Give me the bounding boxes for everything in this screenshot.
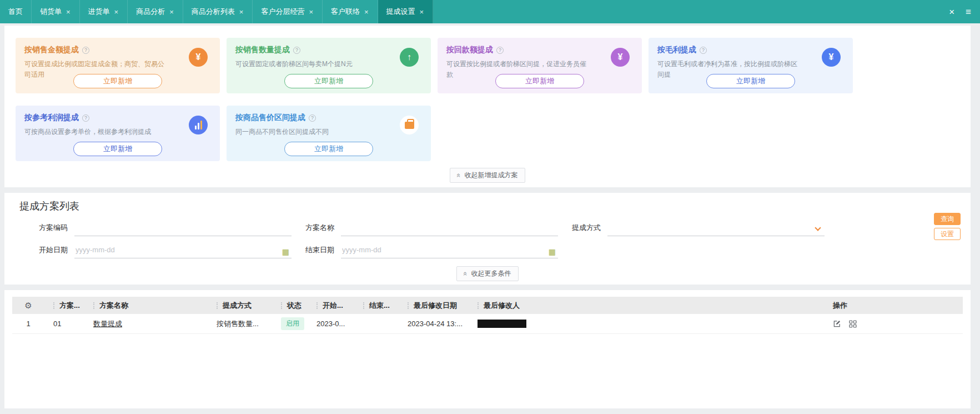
close-icon[interactable]: × — [364, 8, 369, 16]
tab-customer-tiering[interactable]: 客户分层经营 × — [253, 0, 323, 23]
plan-code-label: 方案编码 — [39, 223, 68, 236]
plan-table-panel: ⚙ 方案... 方案名称 提成方式 状态 开始... 结束... 最后修改日期 — [4, 290, 971, 408]
settings-button[interactable]: 设置 — [934, 228, 961, 240]
add-now-button[interactable]: 立即新增 — [284, 74, 373, 88]
column-handle-icon — [93, 302, 94, 309]
plan-list-panel: 提成方案列表 方案编码 方案名称 提成方式 开始日期 ▦ 结束日期 ▦ — [4, 193, 971, 285]
grid-icon[interactable] — [849, 320, 857, 328]
info-icon[interactable]: ? — [293, 47, 300, 54]
close-icon[interactable]: × — [239, 8, 244, 16]
commission-method-select[interactable] — [607, 222, 825, 236]
close-icon[interactable]: × — [308, 8, 314, 16]
header-actions: 操作 — [824, 301, 963, 311]
row-start-date: 2023-0... — [308, 320, 354, 328]
row-plan-code: 01 — [44, 320, 84, 328]
tab-purchase-invoice[interactable]: 进货单 × — [80, 0, 128, 23]
column-handle-icon — [408, 302, 409, 309]
tab-bar: 首页 销货单 × 进货单 × 商品分析 × 商品分析列表 × 客户分层经营 × … — [0, 0, 980, 23]
tab-label: 客户联络 — [331, 7, 360, 17]
tab-label: 商品分析 — [136, 7, 165, 17]
tab-sales-invoice[interactable]: 销货单 × — [32, 0, 80, 23]
column-handle-icon — [53, 302, 54, 309]
card-title: 按参考利润提成 — [24, 113, 79, 123]
gear-icon[interactable]: ⚙ — [24, 301, 32, 310]
header-method[interactable]: 提成方式 — [208, 301, 272, 311]
column-handle-icon — [316, 302, 318, 309]
close-icon[interactable]: × — [114, 8, 119, 16]
tab-label: 进货单 — [88, 7, 110, 17]
close-icon[interactable]: × — [66, 8, 71, 16]
column-handle-icon — [281, 302, 282, 309]
tab-home[interactable]: 首页 — [0, 0, 32, 23]
info-icon[interactable]: ? — [496, 47, 504, 54]
collapse-filters-button[interactable]: « 收起更多条件 — [456, 266, 518, 281]
tab-label: 商品分析列表 — [192, 7, 235, 17]
plan-name-label: 方案名称 — [305, 223, 334, 236]
money-bag-icon: ¥ — [189, 48, 208, 67]
add-now-button[interactable]: 立即新增 — [495, 74, 584, 88]
tab-product-analysis-list[interactable]: 商品分析列表 × — [183, 0, 253, 23]
add-now-button[interactable]: 立即新增 — [706, 74, 795, 88]
plan-name-input[interactable] — [341, 222, 558, 236]
info-icon[interactable]: ? — [309, 114, 316, 122]
redacted-modified-by — [478, 320, 526, 328]
chevron-down-icon — [815, 225, 821, 231]
card-reference-profit-commission: 按参考利润提成 ? 可按商品设置参考单价，根据参考利润提成 立即新增 — [16, 106, 220, 161]
close-icon[interactable]: × — [419, 8, 425, 16]
briefcase-icon — [400, 116, 419, 134]
header-start-date[interactable]: 开始... — [308, 301, 354, 311]
close-icon[interactable]: × — [169, 8, 174, 16]
chevron-up-icon: « — [455, 173, 463, 177]
header-modified-date[interactable]: 最后修改日期 — [399, 301, 469, 311]
row-modified-date: 2023-04-24 13:... — [399, 320, 469, 328]
collapse-cards-label: 收起新增提成方案 — [465, 171, 518, 180]
header-plan-code[interactable]: 方案... — [44, 301, 84, 311]
start-date-label: 开始日期 — [39, 245, 68, 258]
add-now-button[interactable]: 立即新增 — [284, 142, 373, 156]
end-date-label: 结束日期 — [305, 245, 334, 258]
search-button[interactable]: 查询 — [934, 213, 961, 225]
info-icon[interactable]: ? — [82, 47, 89, 54]
topbar-actions: × ≡ — [940, 0, 980, 23]
card-title: 按回款额提成 — [446, 45, 493, 55]
arrow-up-bag-icon: ↑ — [400, 48, 419, 67]
column-handle-icon — [478, 302, 479, 309]
plan-name-link[interactable]: 数量提成 — [93, 319, 122, 329]
header-modified-by[interactable]: 最后修改人 — [469, 301, 824, 311]
table-row[interactable]: 1 01 数量提成 按销售数量... 启用 2023-0... 2023-04-… — [12, 314, 963, 334]
money-pouch-icon: ¥ — [822, 48, 841, 67]
column-handle-icon — [363, 302, 364, 309]
card-desc: 同一商品不同售价区间提成不同 — [235, 127, 375, 137]
tab-customer-contact[interactable]: 客户联络 × — [323, 0, 378, 23]
end-date-input[interactable] — [341, 244, 558, 258]
menu-icon[interactable]: ≡ — [966, 7, 971, 17]
tab-product-analysis[interactable]: 商品分析 × — [128, 0, 183, 23]
tab-label: 客户分层经营 — [261, 7, 304, 17]
row-index: 1 — [12, 320, 44, 328]
edit-icon[interactable] — [833, 320, 841, 328]
plan-code-input[interactable] — [74, 222, 292, 236]
column-settings-cell[interactable]: ⚙ — [12, 301, 44, 310]
info-icon[interactable]: ? — [700, 47, 707, 54]
tab-label: 提成设置 — [386, 7, 415, 17]
header-status[interactable]: 状态 — [272, 301, 308, 311]
column-handle-icon — [217, 302, 218, 309]
start-date-input[interactable] — [74, 244, 292, 258]
collapse-filters-label: 收起更多条件 — [471, 269, 511, 278]
calendar-icon[interactable]: ▦ — [282, 248, 289, 256]
status-badge: 启用 — [281, 317, 304, 330]
cards-grid: 按销售金额提成 ? 可设置提成比例或固定提成金额；商贸、贸易公司适用 ¥ 立即新… — [16, 38, 860, 161]
tab-commission-settings[interactable]: 提成设置 × — [378, 0, 434, 23]
collapse-cards-button[interactable]: « 收起新增提成方案 — [450, 168, 525, 183]
commission-cards-panel: 按销售金额提成 ? 可设置提成比例或固定提成金额；商贸、贸易公司适用 ¥ 立即新… — [4, 26, 971, 187]
info-icon[interactable]: ? — [82, 114, 89, 122]
bar-chart-icon — [189, 116, 208, 134]
card-payment-collection-commission: 按回款额提成 ? 可设置按比例提或者阶梯区间提，促进业务员催款 ¥ 立即新增 — [438, 38, 642, 93]
header-end-date[interactable]: 结束... — [354, 301, 399, 311]
close-all-icon[interactable]: × — [949, 7, 954, 17]
header-plan-name[interactable]: 方案名称 — [84, 301, 208, 311]
add-now-button[interactable]: 立即新增 — [73, 74, 162, 88]
calendar-icon[interactable]: ▦ — [549, 248, 556, 256]
add-now-button[interactable]: 立即新增 — [73, 142, 162, 156]
card-title: 按销售金额提成 — [24, 45, 79, 55]
